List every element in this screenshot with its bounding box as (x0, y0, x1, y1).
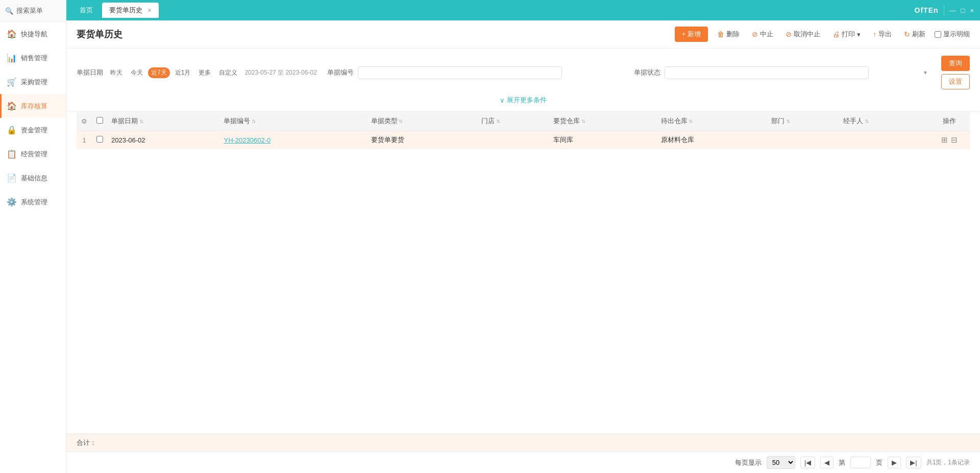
print-icon: 🖨 (832, 30, 840, 38)
row-req-warehouse: 车间库 (549, 131, 657, 149)
date-range-display: 2023-05-27 至 2023-06-02 (244, 68, 316, 77)
select-all-checkbox[interactable] (96, 117, 103, 124)
tab-close-button[interactable]: × (148, 6, 152, 14)
current-page-input[interactable]: 1 (850, 457, 871, 468)
table-header: ⚙ 单据日期 单据编号 单据类型 门店 要货仓库 待出仓库 部门 经手人 操作 (77, 111, 970, 131)
refresh-button[interactable]: ↻ 刷新 (901, 28, 928, 41)
first-page-button[interactable]: |◀ (800, 457, 815, 468)
cancel-stop-label: 取消中止 (794, 30, 820, 39)
print-button[interactable]: 🖨 打印 ▾ (829, 28, 864, 41)
footer-bar: 合计： (66, 434, 980, 452)
toolbar: + 新增 🗑 删除 ⊘ 中止 ⊘ 取消中止 🖨 打印 ▾ (675, 27, 970, 42)
status-select[interactable] (665, 66, 869, 79)
new-button[interactable]: + 新增 (675, 27, 708, 42)
page-label-pre: 第 (839, 458, 845, 467)
delete-button[interactable]: 🗑 删除 (714, 28, 743, 41)
stop-icon: ⊘ (752, 30, 758, 38)
page-label-post: 页 (876, 458, 883, 467)
sidebar-item-system[interactable]: ⚙️ 系统管理 (0, 190, 66, 214)
row-store (477, 131, 549, 149)
main-content: 首页 要货单历史 × OfTEn — □ × 要货单历史 + 新增 🗑 删除 (66, 0, 980, 473)
page: 要货单历史 + 新增 🗑 删除 ⊘ 中止 ⊘ 取消中止 🖨 打印 (66, 20, 980, 473)
date-shortcut-custom[interactable]: 自定义 (216, 67, 240, 78)
col-store[interactable]: 门店 (477, 111, 549, 131)
table-header-row: ⚙ 单据日期 单据编号 单据类型 门店 要货仓库 待出仓库 部门 经手人 操作 (77, 111, 970, 131)
topbar-home-tab[interactable]: 首页 (72, 3, 100, 18)
col-settings[interactable]: ⚙ (77, 111, 92, 131)
prev-page-button[interactable]: ◀ (820, 457, 834, 468)
window-maximize-button[interactable]: □ (961, 7, 965, 14)
row-more-icon[interactable]: ⊟ (951, 135, 958, 145)
topbar-right-area: OfTEn — □ × (915, 5, 974, 15)
cancel-stop-button[interactable]: ⊘ 取消中止 (782, 28, 823, 41)
sidebar-item-label: 系统管理 (21, 198, 47, 207)
doc-no-filter-group: 单据编号 (327, 66, 624, 79)
display-detail-input[interactable] (935, 31, 941, 38)
col-out-warehouse[interactable]: 待出仓库 (657, 111, 767, 131)
page-header: 要货单历史 + 新增 🗑 删除 ⊘ 中止 ⊘ 取消中止 🖨 打印 (66, 20, 980, 49)
print-label: 打印 (842, 30, 855, 39)
row-checkbox-cell (92, 131, 107, 149)
col-date[interactable]: 单据日期 (107, 111, 219, 131)
home-icon: 🏠 (7, 29, 17, 39)
total-info: 共1页，1条记录 (926, 458, 970, 467)
sidebar-item-operations[interactable]: 📋 经营管理 (0, 142, 66, 166)
query-btn-group: 查询 设置 (941, 56, 970, 89)
col-doc-no[interactable]: 单据编号 (219, 111, 366, 131)
col-dept[interactable]: 部门 (767, 111, 839, 131)
sidebar-item-quick-nav[interactable]: 🏠 快捷导航 (0, 22, 66, 46)
sidebar-item-sales[interactable]: 📊 销售管理 (0, 46, 66, 70)
col-checkbox (92, 111, 107, 131)
sidebar-item-label: 资金管理 (21, 126, 47, 135)
display-detail-label: 显示明细 (943, 30, 970, 39)
col-action: 操作 (929, 111, 970, 131)
export-label: 导出 (878, 30, 892, 39)
doc-no-input[interactable] (358, 66, 562, 79)
sidebar-item-inventory[interactable]: 🏠 库存核算 (0, 94, 66, 118)
filter-area: 单据日期 昨天 今天 近7天 近1月 更多 自定义 2023-05-27 至 2… (66, 49, 980, 111)
last-page-button[interactable]: ▶| (906, 457, 921, 468)
sidebar-item-label: 经营管理 (21, 150, 47, 159)
expand-down-icon: ∨ (500, 97, 505, 104)
row-checkbox[interactable] (96, 136, 103, 143)
display-detail-checkbox[interactable]: 显示明细 (935, 30, 970, 39)
row-out-warehouse: 原材料仓库 (657, 131, 767, 149)
sidebar-item-label: 基础信息 (21, 174, 47, 183)
stop-button[interactable]: ⊘ 中止 (749, 28, 776, 41)
sidebar-item-finance[interactable]: 🔒 资金管理 (0, 118, 66, 142)
expand-more-btn[interactable]: ∨ 展开更多条件 (496, 93, 551, 107)
window-close-button[interactable]: × (970, 7, 974, 14)
sidebar-item-purchase[interactable]: 🛒 采购管理 (0, 70, 66, 94)
table-area: ⚙ 单据日期 单据编号 单据类型 门店 要货仓库 待出仓库 部门 经手人 操作 (66, 111, 980, 434)
date-shortcut-yesterday[interactable]: 昨天 (107, 67, 126, 78)
window-minimize-button[interactable]: — (949, 7, 956, 14)
col-req-warehouse[interactable]: 要货仓库 (549, 111, 657, 131)
status-filter-group: 单据状态 (634, 66, 931, 79)
topbar-active-tab[interactable]: 要货单历史 × (102, 3, 159, 18)
row-view-icon[interactable]: ⊞ (941, 135, 948, 145)
date-filter-label: 单据日期 (77, 68, 103, 77)
page-title: 要货单历史 (77, 28, 675, 40)
sidebar: 🔍 搜索菜单 🏠 快捷导航 📊 销售管理 🛒 采购管理 🏠 库存核算 🔒 资金管… (0, 0, 66, 473)
topbar-divider (944, 5, 944, 15)
col-doc-type[interactable]: 单据类型 (367, 111, 477, 131)
date-shortcut-1month[interactable]: 近1月 (172, 67, 194, 78)
date-shortcut-7days[interactable]: 近7天 (148, 67, 170, 78)
query-button[interactable]: 查询 (941, 56, 970, 71)
page-size-select[interactable]: 50 20 100 200 (767, 456, 795, 469)
search-icon: 🔍 (5, 7, 13, 15)
sidebar-search-label: 搜索菜单 (16, 6, 43, 15)
total-label: 合计： (77, 439, 96, 446)
print-dropdown-icon[interactable]: ▾ (857, 31, 861, 38)
date-shortcut-more[interactable]: 更多 (195, 67, 214, 78)
row-doc-no[interactable]: YH-20230602-0 (219, 131, 366, 149)
export-button[interactable]: ↑ 导出 (870, 28, 895, 41)
inventory-icon: 🏠 (7, 101, 17, 111)
col-handler[interactable]: 经手人 (839, 111, 929, 131)
date-shortcut-today[interactable]: 今天 (128, 67, 146, 78)
next-page-button[interactable]: ▶ (888, 457, 901, 468)
delete-icon: 🗑 (717, 30, 724, 38)
sidebar-item-basic[interactable]: 📄 基础信息 (0, 166, 66, 190)
settings-button[interactable]: 设置 (941, 74, 970, 89)
sidebar-search[interactable]: 🔍 搜索菜单 (0, 0, 66, 22)
